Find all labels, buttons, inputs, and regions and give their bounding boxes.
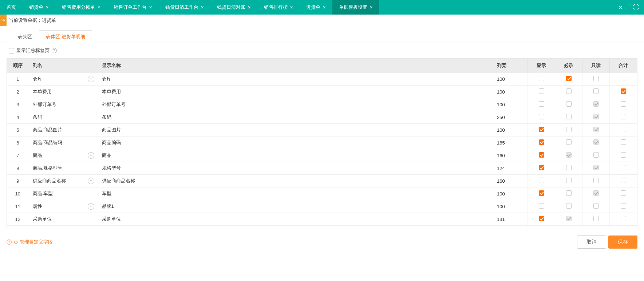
table-row[interactable]: 7商品+商品160 [7, 149, 637, 162]
checkbox[interactable] [621, 178, 626, 183]
cell-width[interactable]: 165 [493, 136, 528, 149]
cell-display-name[interactable]: 条码 [98, 111, 493, 124]
collapse-toggle[interactable]: ≫ [0, 15, 7, 26]
top-tab-7[interactable]: 进货单✕ [300, 0, 332, 15]
cell-display-name[interactable]: 数量 [98, 226, 493, 228]
add-sub-column-button[interactable]: + [88, 203, 94, 210]
top-tab-3[interactable]: 销售订单工作台✕ [107, 0, 159, 15]
table-row[interactable]: 1仓库+仓库100 [7, 73, 637, 86]
cell-display-name[interactable]: 规格型号 [98, 162, 493, 175]
checkbox[interactable] [566, 127, 572, 132]
checkbox[interactable] [566, 76, 572, 81]
cell-width[interactable]: 250 [493, 111, 528, 124]
cell-display-name[interactable]: 车型 [98, 187, 493, 200]
cell-width[interactable]: 100 [493, 98, 528, 111]
section-tab-0[interactable]: 表头区 [11, 30, 39, 43]
section-tab-1[interactable]: 表体区-进货单明细 [39, 30, 92, 43]
add-sub-column-button[interactable]: + [88, 178, 94, 184]
checkbox[interactable] [566, 178, 572, 183]
table-row[interactable]: 8商品.规格型号规格型号124 [7, 162, 637, 175]
checkbox[interactable] [539, 88, 544, 94]
cell-display-name[interactable]: 仓库 [98, 73, 493, 86]
checkbox[interactable] [539, 76, 544, 81]
close-all-tabs-button[interactable]: ✕ [613, 0, 628, 15]
cell-display-name[interactable]: 采购单位 [98, 213, 493, 226]
cell-width[interactable]: 131 [493, 213, 528, 226]
table-row[interactable]: 2本单费用本单费用100 [7, 86, 637, 98]
close-icon[interactable]: ✕ [290, 5, 293, 10]
cell-display-name[interactable]: 商品 [98, 149, 493, 162]
checkbox[interactable] [539, 165, 544, 170]
checkbox[interactable] [621, 190, 626, 196]
cell-width[interactable]: 100 [493, 73, 528, 86]
save-button[interactable]: 保存 [608, 236, 637, 249]
table-row[interactable]: 10商品.车型车型100 [7, 187, 637, 200]
help-icon[interactable]: ? [52, 48, 57, 53]
checkbox[interactable] [621, 203, 626, 209]
checkbox[interactable] [621, 76, 626, 81]
checkbox[interactable] [539, 139, 544, 145]
columns-table-scroll[interactable]: 顺序 列名 显示名称 列宽 显示 必录 只读 合计 1仓库+仓库1002本单费用… [7, 59, 637, 228]
checkbox[interactable] [593, 178, 599, 183]
close-icon[interactable]: ✕ [97, 5, 100, 10]
checkbox[interactable] [593, 76, 599, 81]
top-tab-5[interactable]: 钱货日清对账✕ [210, 0, 257, 15]
close-icon[interactable]: ✕ [46, 5, 49, 10]
show-summary-option[interactable]: 显示汇总标签页 ? [0, 43, 644, 58]
checkbox[interactable] [539, 127, 544, 132]
table-row[interactable]: 12采购单位采购单位131 [7, 213, 637, 226]
checkbox[interactable] [621, 101, 626, 107]
fullscreen-button[interactable]: ⛶ [628, 0, 644, 15]
cell-width[interactable]: 100 [493, 187, 528, 200]
checkbox[interactable] [621, 165, 626, 170]
cell-width[interactable]: 100 [493, 124, 528, 136]
checkbox[interactable] [566, 114, 572, 119]
checkbox[interactable] [621, 127, 626, 132]
cell-width[interactable]: 100 [493, 86, 528, 98]
checkbox[interactable] [539, 190, 544, 196]
manage-custom-fields-link[interactable]: ⚙ 管理自定义字段 [14, 239, 53, 245]
show-summary-checkbox[interactable] [9, 48, 14, 54]
checkbox[interactable] [593, 203, 599, 209]
cell-display-name[interactable]: 本单费用 [98, 86, 493, 98]
checkbox[interactable] [566, 88, 572, 94]
top-tab-0[interactable]: 首页 [0, 0, 23, 15]
checkbox[interactable] [566, 139, 572, 145]
cell-width[interactable]: 124 [493, 162, 528, 175]
checkbox[interactable] [566, 101, 572, 107]
cell-display-name[interactable]: 供应商商品名称 [98, 175, 493, 187]
footer-help-icon[interactable]: ? [7, 240, 12, 245]
top-tab-1[interactable]: 销货单✕ [23, 0, 55, 15]
table-row[interactable]: 3外部订单号外部订单号100 [7, 98, 637, 111]
table-row[interactable]: 6商品.商品编码商品编码165 [7, 136, 637, 149]
checkbox[interactable] [539, 152, 544, 158]
cell-display-name[interactable]: 外部订单号 [98, 98, 493, 111]
close-icon[interactable]: ✕ [323, 5, 326, 10]
checkbox[interactable] [566, 190, 572, 196]
add-sub-column-button[interactable]: + [88, 76, 94, 82]
table-row[interactable]: 5商品.商品图片商品图片100 [7, 124, 637, 136]
table-row[interactable]: 9供应商商品名称+供应商商品名称160 [7, 175, 637, 187]
checkbox[interactable] [621, 216, 626, 221]
checkbox[interactable] [621, 139, 626, 145]
top-tab-6[interactable]: 销售排行榜✕ [257, 0, 300, 15]
top-tab-4[interactable]: 钱货日清工作台✕ [159, 0, 210, 15]
checkbox[interactable] [593, 88, 599, 94]
checkbox[interactable] [539, 203, 544, 209]
checkbox[interactable] [621, 152, 626, 158]
close-icon[interactable]: ✕ [370, 5, 373, 10]
table-row[interactable]: 4条码条码250 [7, 111, 637, 124]
checkbox[interactable] [539, 101, 544, 107]
table-row[interactable]: 11属性+品牌1100 [7, 200, 637, 213]
table-row[interactable]: 13数量公式设置数量100 [7, 226, 637, 228]
checkbox[interactable] [539, 178, 544, 183]
cell-display-name[interactable]: 商品编码 [98, 136, 493, 149]
cell-display-name[interactable]: 品牌1 [98, 200, 493, 213]
checkbox[interactable] [593, 216, 599, 221]
close-icon[interactable]: ✕ [248, 5, 251, 10]
checkbox[interactable] [539, 216, 544, 221]
add-sub-column-button[interactable]: + [88, 152, 94, 159]
checkbox[interactable] [593, 152, 599, 158]
checkbox[interactable] [621, 114, 626, 119]
checkbox[interactable] [539, 114, 544, 119]
